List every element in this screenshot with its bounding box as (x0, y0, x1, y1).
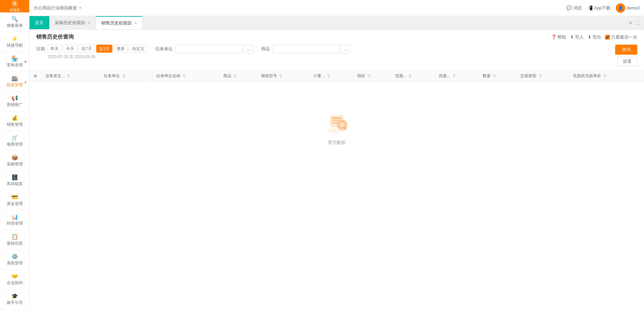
th-quantity-label: 数量 (483, 73, 491, 78)
th-spec[interactable]: 规格型号 ⇅ (258, 70, 310, 82)
app-download-icon: 📲 (587, 5, 593, 10)
th-quantity-sort-icon: ⇅ (493, 73, 496, 78)
sidebar-item-inventory[interactable]: 🗄️ 库存核算 (0, 171, 29, 191)
app-download-label: App下载 (594, 5, 610, 11)
import-icon: ⬆ (570, 35, 574, 40)
data-table: ⚙ 业务发生... ⇅ 往来单位 ⇅ 往来单位名称 ⇅ (30, 70, 644, 82)
th-quantity[interactable]: 数量 ⇅ (479, 70, 517, 82)
th-settings[interactable]: ⚙ (30, 70, 42, 82)
tab-purchase-history-close[interactable]: × (88, 20, 90, 25)
sidebar: 6 标题版 🔍 搜索菜单 ⚡ 快捷导航 🏪 零售管理 ▼ 🏬 批发管理 ▲ 📢 … (0, 0, 30, 310)
message-action[interactable]: 💬 消息 (567, 5, 582, 11)
sidebar-item-basic[interactable]: 📋 基础信息 (0, 230, 29, 250)
goods-filter-label: 商品 (261, 45, 270, 53)
th-no-tax-price[interactable]: 优惠前无税单价 ⇅ (569, 70, 644, 82)
th-partner-code-label: 往来单位 (104, 73, 120, 78)
partner-input[interactable] (175, 45, 243, 53)
tab-extra: ✕ ⛶ (625, 16, 644, 29)
sidebar-item-wholesale-label: 批发管理 (7, 82, 23, 88)
date-btn-yesterday[interactable]: 昨天 (48, 45, 62, 53)
sidebar-item-wholesale[interactable]: 🏬 批发管理 ▲ (0, 72, 29, 92)
th-business-date-sort-icon: ⇅ (67, 73, 70, 78)
tab-sales-history[interactable]: 销售历史价跟踪 × (96, 16, 143, 29)
partner-dots-btn[interactable]: ... (244, 45, 253, 53)
tab-home-label: 首页 (35, 20, 44, 26)
export-action[interactable]: ⬇ 导出 (588, 34, 601, 40)
empty-state: 暂无数据 (30, 82, 644, 172)
svg-text:6: 6 (13, 1, 16, 6)
tab-purchase-history-label: 采购历史价跟踪 (55, 20, 85, 26)
goods-input[interactable] (273, 45, 340, 53)
sidebar-item-marketing[interactable]: 📢 营销推广 (0, 92, 29, 111)
sidebar-item-ecommerce[interactable]: 🛒 电商管理 (0, 131, 29, 151)
th-discount2[interactable]: 优惠... ⇅ (435, 70, 479, 82)
help-icon: ❓ (551, 35, 556, 40)
date-filter-label: 日期 (36, 45, 45, 53)
logo[interactable]: 6 标题版 (0, 0, 29, 12)
sidebar-item-search[interactable]: 🔍 搜索菜单 (0, 12, 29, 32)
topbar: 办公用品行业模拟账套 ▾ 💬 消息 📲 App下载 👤 demo2 (30, 0, 644, 16)
goods-dots-btn[interactable]: ... (341, 45, 351, 53)
th-business-date[interactable]: 业务发生... ⇅ (42, 70, 100, 82)
table-header-row: ⚙ 业务发生... ⇅ 往来单位 ⇅ 往来单位名称 ⇅ (30, 70, 644, 82)
tab-sales-history-label: 销售历史价跟踪 (101, 20, 132, 26)
content-area: 销售历史价查询 ❓ 帮助 ⬆ 导入 ⬇ 导出 只看最后一次 (30, 30, 644, 310)
help-action[interactable]: ❓ 帮助 (551, 34, 566, 40)
sidebar-item-retail[interactable]: 🏪 零售管理 ▼ (0, 52, 29, 72)
operations-icon: 📊 (11, 214, 18, 220)
page-title: 销售历史价查询 (36, 34, 74, 41)
date-buttons: 昨天 今天 近7天 近1月 更多 自定义 (48, 45, 147, 53)
date-btn-today[interactable]: 今天 (63, 45, 77, 53)
th-goods[interactable]: 商品 ⇅ (220, 70, 257, 82)
th-discount1-label: 优惠... (395, 73, 407, 78)
svg-rect-4 (332, 117, 342, 119)
sidebar-item-purchase[interactable]: 📦 采购管理 (0, 151, 29, 171)
sidebar-item-system[interactable]: ⚙️ 系统管理 (0, 250, 29, 270)
export-label: 导出 (592, 34, 601, 40)
th-unit[interactable]: 计量... ⇅ (310, 70, 354, 82)
th-no-tax-price-sort-icon: ⇅ (603, 73, 606, 78)
topbar-dropdown-icon[interactable]: ▾ (79, 6, 81, 10)
tab-fullscreen-icon[interactable]: ⛶ (635, 20, 640, 25)
only-last-label: 只看最后一次 (611, 34, 637, 40)
only-last-checkbox[interactable] (605, 35, 610, 40)
message-icon: 💬 (567, 5, 572, 10)
th-partner-name[interactable]: 往来单位名称 ⇅ (153, 70, 220, 82)
th-trade-type-label: 交易类型 (520, 73, 536, 78)
sidebar-item-sales[interactable]: 💰 销售管理 (0, 111, 29, 131)
query-button[interactable]: 查询 (615, 45, 637, 55)
th-partner-code-sort-icon: ⇅ (122, 73, 125, 78)
sidebar-item-inventory-label: 库存核算 (7, 181, 23, 187)
page-header: 销售历史价查询 ❓ 帮助 ⬆ 导入 ⬇ 导出 只看最后一次 (30, 30, 644, 41)
user-profile[interactable]: 👤 demo2 (616, 3, 640, 13)
tab-home[interactable]: 首页 (30, 16, 49, 29)
th-discount1[interactable]: 优惠... ⇅ (391, 70, 435, 82)
date-btn-custom[interactable]: 自定义 (129, 45, 147, 53)
th-quoted-price[interactable]: 报价 ⇅ (354, 70, 391, 82)
empty-text: 暂无数据 (328, 140, 345, 146)
tab-close-all-icon[interactable]: ✕ (629, 20, 633, 25)
sales-icon: 💰 (11, 115, 18, 121)
th-partner-code[interactable]: 往来单位 ⇅ (100, 70, 153, 82)
tab-purchase-history[interactable]: 采购历史价跟踪 × (49, 16, 96, 29)
app-download-action[interactable]: 📲 App下载 (587, 5, 610, 11)
sidebar-item-finance[interactable]: 💳 资金管理 (0, 191, 29, 210)
sidebar-item-guide[interactable]: 🎓 新手引导 (0, 290, 29, 309)
logo-text: 标题版 (10, 8, 20, 12)
empty-icon (323, 109, 350, 136)
th-trade-type[interactable]: 交易类型 ⇅ (517, 70, 569, 82)
date-btn-1month[interactable]: 近1月 (96, 45, 113, 53)
tab-sales-history-close[interactable]: × (135, 21, 137, 25)
system-icon: ⚙️ (11, 253, 18, 260)
main-area: 办公用品行业模拟账套 ▾ 💬 消息 📲 App下载 👤 demo2 首页 (30, 0, 644, 310)
sidebar-item-quicknav[interactable]: ⚡ 快捷导航 (0, 32, 29, 52)
sidebar-item-enterprise[interactable]: 🤝 企业协同 (0, 270, 29, 290)
sidebar-item-operations[interactable]: 📊 经营管理 (0, 210, 29, 230)
date-btn-7days[interactable]: 近7天 (78, 45, 95, 53)
message-label: 消息 (573, 5, 582, 11)
import-action[interactable]: ⬆ 导入 (570, 34, 584, 40)
date-btn-more[interactable]: 更多 (114, 45, 128, 53)
only-last-checkbox-label[interactable]: 只看最后一次 (605, 34, 637, 40)
settings-button[interactable]: 设置 (617, 57, 637, 66)
partner-filter-label: 往来单位 (155, 45, 173, 53)
